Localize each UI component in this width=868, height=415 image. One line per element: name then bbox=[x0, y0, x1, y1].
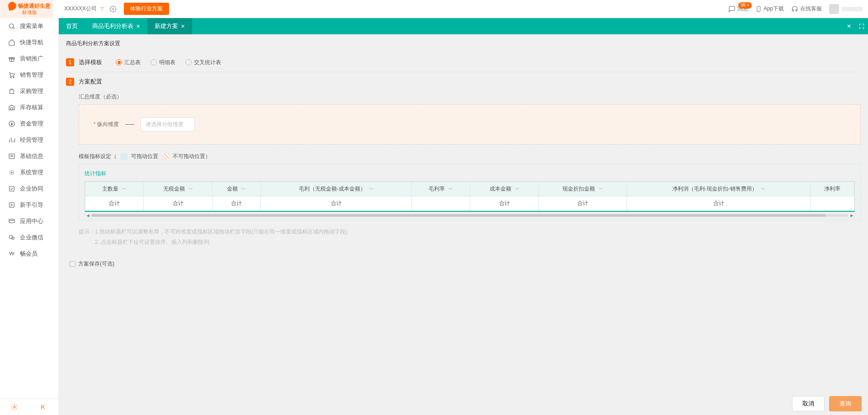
page-title: 商品毛利分析方案设置 bbox=[59, 34, 868, 53]
col-header[interactable]: 成本金额﹀ bbox=[470, 182, 538, 196]
connector-line bbox=[125, 124, 134, 125]
checkbox-icon[interactable] bbox=[70, 261, 75, 267]
radio-cross[interactable]: 交叉统计表 bbox=[185, 59, 221, 66]
footer-buttons: 取消 查询 bbox=[792, 396, 862, 411]
company-name: XXXXXX公司 bbox=[64, 5, 97, 13]
close-all-tabs-button[interactable]: ✕ bbox=[843, 18, 855, 34]
scroll-track[interactable] bbox=[91, 214, 848, 217]
sidebar-item-wechat[interactable]: 企业微信 bbox=[0, 229, 58, 246]
sidebar-item-search[interactable]: 搜索菜单 bbox=[0, 18, 58, 34]
svg-point-28 bbox=[14, 406, 15, 408]
logo-text: 畅捷通好生意 bbox=[18, 2, 51, 10]
wechat-icon bbox=[8, 234, 15, 241]
radio-summary[interactable]: 汇总表 bbox=[116, 59, 141, 66]
close-icon[interactable]: ✕ bbox=[136, 23, 140, 29]
cancel-button[interactable]: 取消 bbox=[792, 396, 825, 411]
sidebar-item-business[interactable]: 经营管理 bbox=[0, 132, 58, 148]
radio-icon bbox=[151, 59, 157, 65]
col-header[interactable]: 无税金额﹀ bbox=[144, 182, 212, 196]
dimension-box: * 纵向维度 请选择分组维度 bbox=[79, 104, 861, 145]
svg-point-20 bbox=[11, 172, 13, 173]
sidebar-item-baseinfo[interactable]: 基础信息 bbox=[0, 148, 58, 164]
sidebar-item-marketing[interactable]: 营销推广 bbox=[0, 51, 58, 67]
logo-edition: 标准版 bbox=[22, 9, 37, 16]
tab-analysis[interactable]: 商品毛利分析表✕ bbox=[85, 18, 147, 34]
sidebar-item-system[interactable]: 系统管理 bbox=[0, 164, 58, 181]
sidebar-item-guide[interactable]: 新新手引导 bbox=[0, 197, 58, 213]
col-header[interactable]: 净利润（毛利-现金折扣-销售费用）﹀ bbox=[627, 182, 811, 196]
horizontal-scrollbar[interactable]: ◀ ▶ bbox=[85, 213, 855, 218]
close-icon[interactable]: ✕ bbox=[181, 23, 185, 29]
warehouse-icon bbox=[8, 104, 15, 111]
step2-row: 2 方案配置 bbox=[66, 72, 861, 91]
sidebar-item-quicknav[interactable]: 快捷导航 bbox=[0, 34, 58, 51]
main-panel: 首页 商品毛利分析表✕ 新建方案✕ ✕ 商品毛利分析方案设置 1 选择模板 汇总… bbox=[59, 18, 868, 415]
chevron-down-icon: ﹀ bbox=[122, 186, 127, 192]
sidebar-item-inventory[interactable]: 库存核算 bbox=[0, 99, 58, 116]
sidebar-item-sales[interactable]: 销售管理 bbox=[0, 67, 58, 83]
step2-number: 2 bbox=[66, 78, 74, 86]
chevron-down-icon: ﹀ bbox=[189, 186, 193, 192]
gear-icon[interactable] bbox=[109, 5, 117, 13]
sidebar-item-funds[interactable]: 资金管理 bbox=[0, 116, 58, 132]
user-area[interactable] bbox=[829, 4, 863, 14]
chevron-down-icon: ﹀ bbox=[448, 186, 453, 192]
query-button[interactable]: 查询 bbox=[829, 396, 862, 411]
sidebar-item-appcenter[interactable]: 应用中心 bbox=[0, 213, 58, 229]
svg-line-4 bbox=[13, 28, 14, 29]
table-row: 合计 合计 合计 合计 合计 合计 合计 bbox=[85, 196, 854, 211]
radio-detail[interactable]: 明细表 bbox=[151, 59, 175, 66]
list-icon bbox=[8, 153, 15, 160]
cart-icon bbox=[8, 71, 15, 79]
scroll-thumb[interactable] bbox=[91, 214, 826, 217]
svg-point-19 bbox=[9, 170, 14, 174]
app-download-link[interactable]: App下载 bbox=[755, 5, 784, 13]
user-name-placeholder bbox=[842, 7, 863, 11]
col-header[interactable]: 净利率 bbox=[811, 182, 854, 196]
col-header[interactable]: 现金折扣金额﹀ bbox=[538, 182, 627, 196]
scroll-right-icon[interactable]: ▶ bbox=[849, 213, 854, 218]
hints-text: 提示：1.拖动标题栏可以调整布局，不可跨维度或指标区域拖动栏目字段(只能在同一维… bbox=[79, 220, 861, 247]
col-header[interactable]: 毛利率﹀ bbox=[411, 182, 470, 196]
message-icon bbox=[728, 5, 736, 13]
sidebar-item-collab[interactable]: 企业协同 bbox=[0, 181, 58, 197]
sidebar-collapse-button[interactable] bbox=[29, 399, 59, 415]
svg-point-0 bbox=[112, 8, 114, 10]
required-mark: * 纵向维度 bbox=[94, 121, 119, 128]
col-header[interactable]: 毛利（无税金额-成本金额）﹀ bbox=[261, 182, 412, 196]
svg-rect-16 bbox=[9, 154, 14, 159]
col-header[interactable]: 金额﹀ bbox=[212, 182, 261, 196]
tab-home[interactable]: 首页 bbox=[59, 18, 85, 34]
dimension-input[interactable]: 请选择分组维度 bbox=[141, 117, 195, 131]
step1-label: 选择模板 bbox=[79, 58, 102, 66]
metrics-box: 统计指标 主数量﹀ 无税金额﹀ 金额﹀ 毛利（无税金额-成本金额）﹀ 毛 bbox=[79, 164, 861, 220]
chart-icon bbox=[8, 136, 15, 144]
messages-link[interactable]: 消息 99 + bbox=[728, 5, 748, 13]
chevron-down-icon: ﹀ bbox=[599, 186, 603, 192]
svg-text:新: 新 bbox=[10, 203, 13, 206]
sidebar-item-purchase[interactable]: 采购管理 bbox=[0, 83, 58, 99]
sidebar-item-member[interactable]: 畅会员 bbox=[0, 246, 58, 262]
search-icon bbox=[8, 23, 15, 30]
step1-row: 1 选择模板 汇总表 明细表 交叉统计表 bbox=[66, 53, 861, 72]
experience-button[interactable]: 体验行业方案 bbox=[124, 3, 169, 15]
money-icon bbox=[8, 120, 15, 127]
save-option-row[interactable]: 方案保存(可选) bbox=[66, 252, 861, 276]
svg-rect-21 bbox=[9, 187, 14, 191]
chevron-down-icon: ﹀ bbox=[515, 186, 519, 192]
online-service-link[interactable]: 在线客服 bbox=[791, 5, 822, 13]
company-selector[interactable]: XXXXXX公司 ▽ bbox=[64, 5, 104, 13]
chevron-down-icon: ﹀ bbox=[241, 186, 246, 192]
header: 畅捷通好生意 标准版 XXXXXX公司 ▽ 体验行业方案 消息 99 + App… bbox=[0, 0, 868, 18]
step1-number: 1 bbox=[66, 58, 74, 66]
col-header[interactable]: 主数量﹀ bbox=[85, 182, 144, 196]
scroll-left-icon[interactable]: ◀ bbox=[85, 213, 90, 218]
gift-icon bbox=[8, 55, 15, 62]
tab-new-plan[interactable]: 新建方案✕ bbox=[147, 18, 192, 34]
chevron-down-icon: ▽ bbox=[100, 6, 104, 11]
avatar-icon bbox=[829, 4, 839, 14]
headset-icon bbox=[791, 5, 798, 13]
sidebar-settings-button[interactable] bbox=[0, 399, 29, 415]
fullscreen-button[interactable] bbox=[855, 18, 868, 34]
svg-rect-10 bbox=[10, 108, 13, 110]
